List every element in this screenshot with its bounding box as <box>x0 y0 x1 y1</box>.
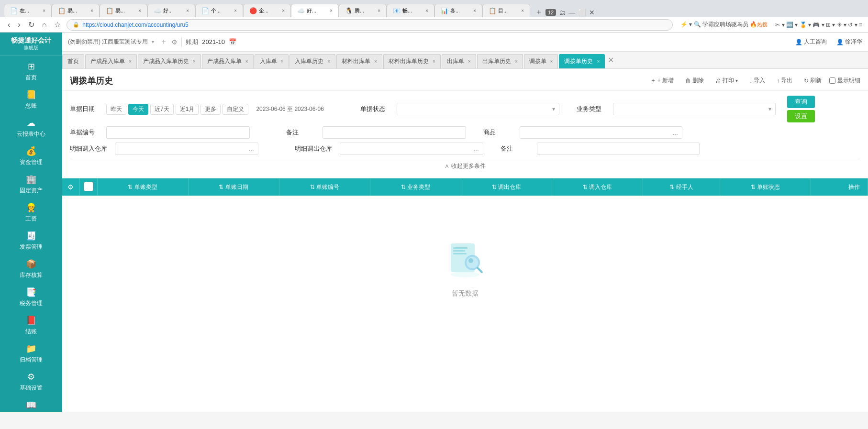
th-checkbox[interactable] <box>79 178 97 196</box>
browser-tab-4[interactable]: ☁️ 好... × <box>147 4 195 17</box>
browser-tab-1[interactable]: 📄 在... × <box>4 4 52 17</box>
7days-btn[interactable]: 近7天 <box>150 104 174 115</box>
tab-transfer-hist[interactable]: 调拨单历史 × <box>559 54 605 68</box>
reload-btn[interactable]: ↻ <box>26 19 36 30</box>
tab-close-all[interactable]: ✕ <box>608 55 614 65</box>
query-btn[interactable]: 查询 <box>787 96 815 108</box>
sidebar-item-settings[interactable]: ⚙ 基础设置 <box>0 368 62 396</box>
th-out-warehouse[interactable]: ⇅ 调出仓库 <box>461 178 552 196</box>
collapse-row[interactable]: ∧ 收起更多条件 <box>70 159 860 173</box>
company-dropdown-icon[interactable]: ▾ <box>152 39 154 44</box>
goods-dots[interactable]: ... <box>672 129 678 136</box>
tab-close-9[interactable]: × <box>515 59 518 64</box>
th-biz-type[interactable]: ⇅ 业务类型 <box>370 178 461 196</box>
sidebar-item-home[interactable]: ⊞ 首页 <box>0 57 62 86</box>
status-select[interactable]: ▾ <box>397 103 559 115</box>
more-btn[interactable]: 更多 <box>200 104 221 115</box>
tab-close-11[interactable]: × <box>597 59 600 64</box>
sidebar-item-archive[interactable]: 📁 归档管理 <box>0 340 62 368</box>
refresh-btn[interactable]: ↻ 刷新 <box>800 75 825 87</box>
delete-btn[interactable]: 🗑 删除 <box>681 75 708 87</box>
home-btn[interactable]: ⌂ <box>40 20 49 30</box>
custom-btn[interactable]: 自定义 <box>223 104 248 115</box>
remark2-input[interactable] <box>537 143 700 155</box>
url-bar[interactable]: 🔒 https://cloud.chanjet.com/accounting/u… <box>67 19 673 31</box>
tab-in[interactable]: 入库单 × <box>255 54 289 68</box>
sidebar-item-assets[interactable]: 🏢 固定资产 <box>0 170 62 198</box>
browser-tab-5[interactable]: 📄 个... × <box>195 4 243 17</box>
bookmark-btn[interactable]: ☆ <box>52 19 63 30</box>
tab-close-1[interactable]: × <box>129 59 132 64</box>
goods-input-area[interactable]: ... <box>520 126 682 139</box>
user-service-btn[interactable]: 👤 人工咨询 <box>795 38 827 46</box>
tab-product-in2[interactable]: 产成品入库单 × <box>202 54 254 68</box>
settings-gear-icon[interactable]: ⚙ <box>171 38 178 46</box>
show-cols-toggle[interactable]: 显示明细 <box>829 77 860 85</box>
yesterday-btn[interactable]: 昨天 <box>106 104 126 115</box>
detail-out-input[interactable] <box>344 145 473 152</box>
calendar-icon[interactable]: 📅 <box>229 38 236 45</box>
show-cols-checkbox[interactable] <box>829 77 835 84</box>
select-all-checkbox[interactable] <box>84 182 93 191</box>
tab-close-5[interactable]: × <box>327 59 330 64</box>
sidebar-item-inventory[interactable]: 📦 库存核算 <box>0 255 62 283</box>
tab-close-8[interactable]: × <box>468 59 471 64</box>
sidebar-item-tax[interactable]: 📑 税务管理 <box>0 283 62 311</box>
settings-btn[interactable]: 设置 <box>787 110 815 122</box>
detail-out-dots[interactable]: ... <box>473 145 479 153</box>
tab-out-hist[interactable]: 出库单历史 × <box>477 54 523 68</box>
sidebar-item-salary[interactable]: 👷 工资 <box>0 198 62 227</box>
add-company-btn[interactable]: ＋ <box>160 37 167 47</box>
export-btn[interactable]: ↑ 导出 <box>773 75 796 87</box>
tab-close-2[interactable]: × <box>193 59 196 64</box>
sidebar-item-close[interactable]: 📕 结账 <box>0 311 62 340</box>
tab-material-out-hist[interactable]: 材料出库单历史 × <box>383 54 441 68</box>
browser-tab-7[interactable]: 🐧 腾... × <box>339 4 387 17</box>
tab-out[interactable]: 出库单 × <box>442 54 476 68</box>
browser-tab-10[interactable]: 📋 目... × <box>482 4 530 17</box>
detail-in-dots[interactable]: ... <box>248 145 254 153</box>
detail-out-input-area[interactable]: ... <box>340 143 483 155</box>
tab-close-10[interactable]: × <box>550 59 553 64</box>
tab-product-in[interactable]: 产成品入库单 × <box>85 54 137 68</box>
biz-type-select[interactable]: ▾ <box>613 103 776 115</box>
browser-tab-6[interactable]: 🔴 企... × <box>243 4 291 17</box>
forward-btn[interactable]: › <box>16 20 22 30</box>
sidebar-item-invoice[interactable]: 🧾 发票管理 <box>0 227 62 255</box>
sidebar-item-funds[interactable]: 💰 资金管理 <box>0 142 62 170</box>
today-btn[interactable]: 今天 <box>128 104 148 115</box>
th-gear[interactable]: ⚙ <box>62 178 79 196</box>
minimize-btn[interactable]: — <box>568 9 575 16</box>
th-doc-num[interactable]: ⇅ 单账编号 <box>279 178 370 196</box>
user-avatar[interactable]: 👤 徐泽华 <box>836 38 862 46</box>
tab-mgr-icon[interactable]: 🗂 <box>559 9 566 16</box>
sidebar-item-guide[interactable]: 📖 新手引导 <box>0 396 62 412</box>
tab-close-4[interactable]: × <box>281 59 284 64</box>
th-doc-type[interactable]: ⇅ 单账类型 <box>97 178 188 196</box>
doc-num-input[interactable] <box>106 126 250 139</box>
browser-tab-active[interactable]: ☁️ 好... × <box>291 4 339 17</box>
1month-btn[interactable]: 近1月 <box>176 104 199 115</box>
print-btn[interactable]: 🖨 打印 ▾ <box>712 75 742 87</box>
close-btn[interactable]: ✕ <box>589 9 595 16</box>
sidebar-item-ledger[interactable]: 📒 总账 <box>0 86 62 114</box>
sidebar-item-reports[interactable]: ☁ 云报表中心 <box>0 114 62 142</box>
tab-material-out[interactable]: 材料出库单 × <box>336 54 382 68</box>
th-doc-status[interactable]: ⇅ 单账状态 <box>720 178 811 196</box>
tab-product-in-hist[interactable]: 产成品入库单历史 × <box>138 54 201 68</box>
maximize-btn[interactable]: ⬜ <box>578 9 586 16</box>
remark-input[interactable] <box>323 126 466 139</box>
browser-tab-8[interactable]: 📧 畅... × <box>387 4 434 17</box>
back-btn[interactable]: ‹ <box>6 20 12 30</box>
th-in-warehouse[interactable]: ⇅ 调入仓库 <box>552 178 643 196</box>
goods-input[interactable] <box>524 129 672 136</box>
browser-tab-9[interactable]: 📊 各... × <box>434 4 482 17</box>
detail-in-input-area[interactable]: ... <box>115 143 258 155</box>
tab-home[interactable]: 首页 <box>62 54 84 68</box>
import-btn[interactable]: ↓ 导入 <box>746 75 769 87</box>
new-tab-btn[interactable]: ＋ <box>535 7 543 17</box>
tab-in-hist[interactable]: 入库单历史 × <box>289 54 335 68</box>
th-handler[interactable]: ⇅ 经手人 <box>643 178 720 196</box>
detail-in-input[interactable] <box>119 145 248 152</box>
th-doc-date[interactable]: ⇅ 单账日期 <box>188 178 279 196</box>
